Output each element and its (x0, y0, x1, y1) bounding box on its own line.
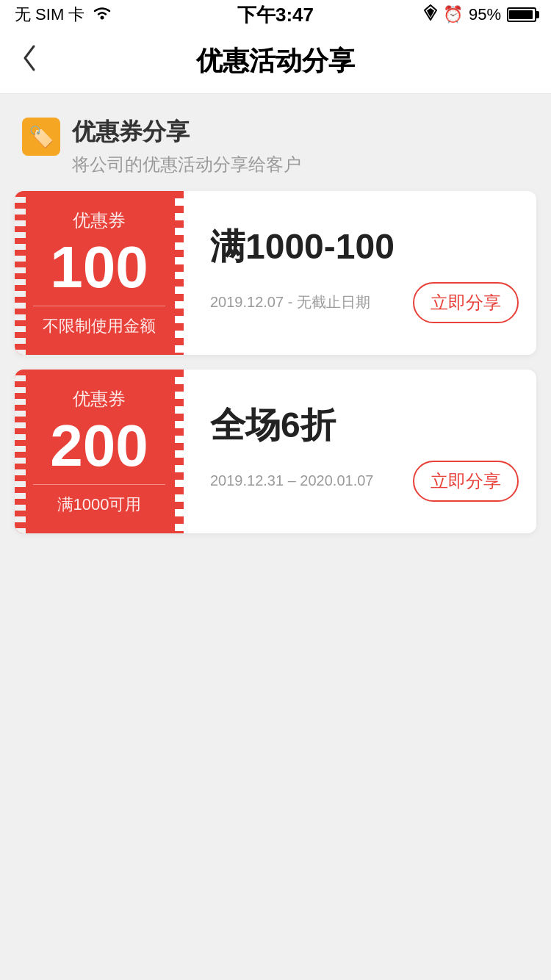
location-icon (424, 4, 437, 25)
wifi-icon (92, 4, 112, 25)
empty-area (0, 533, 551, 901)
coupon-condition-1: 不限制使用金额 (43, 315, 156, 337)
coupon-icon: 🏷️ (29, 125, 54, 149)
coupon-label-2: 优惠券 (73, 387, 126, 411)
coupon-title-1: 满1000-100 (210, 223, 519, 270)
coupon-label-1: 优惠券 (73, 209, 126, 232)
coupon-left-1: 优惠券 100 不限制使用金额 (15, 191, 184, 355)
section-title: 优惠券分享 (72, 116, 301, 148)
section-subtitle: 将公司的优惠活动分享给客户 (72, 153, 301, 176)
battery-icon (507, 7, 536, 22)
coupon-bottom-row-2: 2019.12.31 – 2020.01.07 立即分享 (210, 461, 519, 502)
coupon-divider-1 (33, 306, 165, 306)
section-icon: 🏷️ (22, 118, 60, 156)
back-button[interactable] (21, 43, 38, 79)
coupon-amount-1: 100 (50, 238, 148, 297)
coupon-date-1: 2019.12.07 - 无截止日期 (210, 292, 407, 312)
alarm-icon: ⏰ (443, 5, 463, 24)
coupon-left-2: 优惠券 200 满1000可用 (15, 370, 184, 533)
coupon-divider-2 (33, 484, 165, 485)
coupon-card-2: 优惠券 200 满1000可用 全场6折 2019.12.31 – 2020.0… (15, 370, 536, 533)
coupon-card-1: 优惠券 100 不限制使用金额 满1000-100 2019.12.07 - 无… (15, 191, 536, 355)
carrier-text: 无 SIM 卡 (15, 4, 84, 26)
nav-bar: 优惠活动分享 (0, 29, 551, 94)
section-header: 🏷️ 优惠券分享 将公司的优惠活动分享给客户 (0, 94, 551, 191)
share-button-2[interactable]: 立即分享 (413, 461, 519, 502)
coupon-right-2: 全场6折 2019.12.31 – 2020.01.07 立即分享 (184, 370, 536, 533)
coupon-bottom-row-1: 2019.12.07 - 无截止日期 立即分享 (210, 282, 519, 323)
svg-point-0 (101, 16, 104, 20)
status-bar: 无 SIM 卡 下午3:47 ⏰ 95% (0, 0, 551, 29)
status-left: 无 SIM 卡 (15, 4, 112, 26)
coupon-list: 优惠券 100 不限制使用金额 满1000-100 2019.12.07 - 无… (0, 191, 551, 533)
coupon-right-1: 满1000-100 2019.12.07 - 无截止日期 立即分享 (184, 191, 536, 355)
coupon-date-2: 2019.12.31 – 2020.01.07 (210, 472, 407, 489)
coupon-condition-2: 满1000可用 (57, 494, 142, 516)
battery-text: 95% (469, 5, 501, 24)
page-title: 优惠活动分享 (196, 43, 355, 79)
back-icon (21, 43, 38, 79)
coupon-amount-2: 200 (50, 417, 148, 475)
section-text-group: 优惠券分享 将公司的优惠活动分享给客户 (72, 116, 301, 176)
share-button-1[interactable]: 立即分享 (413, 282, 519, 323)
status-right: ⏰ 95% (424, 4, 536, 25)
status-time: 下午3:47 (237, 2, 314, 28)
coupon-title-2: 全场6折 (210, 402, 519, 449)
